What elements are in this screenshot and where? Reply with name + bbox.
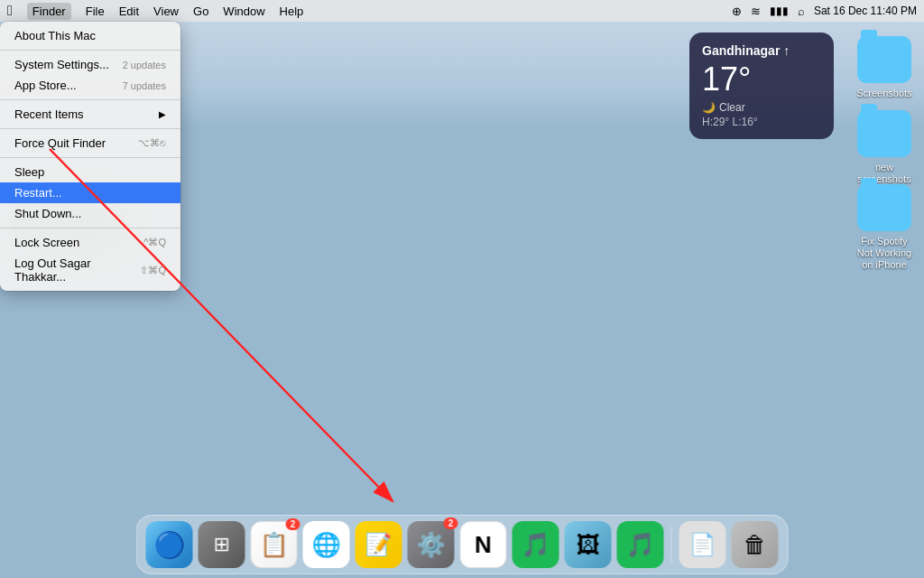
new-screenshots-folder-icon [857, 110, 911, 157]
menubar-window[interactable]: Window [223, 5, 264, 18]
force-quit-shortcut: ⌥⌘⎋ [138, 137, 166, 149]
dock-item-spotify2[interactable]: 🎵 [617, 521, 664, 568]
menubar-go[interactable]: Go [193, 5, 208, 18]
menu-item-lock-screen[interactable]: Lock Screen ^⌘Q [0, 232, 180, 253]
menubar:  Finder File Edit View Go Window Help ⊕… [0, 0, 924, 22]
menubar-edit[interactable]: Edit [119, 5, 139, 18]
dock-item-finder[interactable]: 🔵 [146, 521, 193, 568]
menu-separator-3 [0, 128, 180, 129]
menubar-right: ⊕ ≋ ▮▮▮ ⌕ Sat 16 Dec 11:40 PM [732, 5, 917, 18]
apple-menu-button[interactable]:  [7, 3, 13, 19]
weather-temperature: 17° [702, 61, 821, 98]
menu-item-app-store[interactable]: App Store... 7 updates [0, 75, 180, 96]
menu-item-logout[interactable]: Log Out Sagar Thakkar... ⇧⌘Q [0, 253, 180, 287]
search-icon[interactable]: ⌕ [798, 5, 805, 18]
menubar-left:  Finder File Edit View Go Window Help [7, 3, 303, 20]
system-settings-badge: 2 updates [123, 60, 166, 70]
screenshots-label: Screenshots [853, 87, 915, 100]
menu-item-system-settings-label: System Settings... [14, 58, 109, 71]
lock-screen-shortcut: ^⌘Q [143, 237, 166, 248]
settings-badge: 2 [444, 517, 458, 529]
reminders-icon: 📋 [260, 531, 289, 559]
menubar-help[interactable]: Help [280, 5, 304, 18]
chrome-icon: 🌐 [312, 531, 341, 559]
wifi-icon[interactable]: ≋ [751, 5, 761, 18]
reminders-badge: 2 [286, 518, 300, 530]
app-store-badge: 7 updates [123, 80, 166, 91]
menu-item-app-store-label: App Store... [14, 79, 77, 92]
weather-range: H:29° L:16° [702, 116, 821, 128]
weather-moon-icon: 🌙 [702, 101, 716, 114]
desktop-icon-new-screenshots[interactable]: new screenshots [848, 107, 920, 190]
menubar-view[interactable]: View [153, 5, 179, 18]
battery-icon[interactable]: ▮▮▮ [770, 5, 789, 17]
preview-icon: 🖼 [577, 531, 600, 559]
dock-item-preview[interactable]: 🖼 [565, 521, 612, 568]
menu-item-recent-items-label: Recent Items [14, 107, 84, 121]
menu-item-shutdown[interactable]: Shut Down... [0, 203, 180, 224]
dock-item-reminders[interactable]: 📋 2 [251, 521, 298, 568]
dock: 🔵 ⊞ 📋 2 🌐 📝 ⚙️ 2 N 🎵 [136, 515, 789, 574]
apple-menu-dropdown: About This Mac System Settings... 2 upda… [0, 22, 180, 291]
files-icon: 📄 [689, 532, 716, 557]
menubar-finder[interactable]: Finder [27, 3, 71, 20]
logout-shortcut: ⇧⌘Q [140, 265, 166, 276]
desktop-icon-fix-spotify[interactable]: Fix Spotify Not Working on iPhone [848, 181, 920, 276]
menu-item-force-quit[interactable]: Force Quit Finder ⌥⌘⎋ [0, 133, 180, 154]
weather-widget[interactable]: Gandhinagar ↑ 17° 🌙 Clear H:29° L:16° [689, 33, 834, 139]
fix-spotify-label: Fix Spotify Not Working on iPhone [852, 235, 917, 273]
notion-icon: N [475, 531, 492, 559]
menu-item-about-label: About This Mac [14, 29, 96, 42]
spotify-icon: 🎵 [522, 531, 550, 559]
recent-items-chevron: ▶ [159, 109, 166, 119]
menu-separator-2 [0, 99, 180, 100]
dock-item-notion[interactable]: N [460, 521, 507, 568]
datetime-display: Sat 16 Dec 11:40 PM [814, 5, 917, 17]
menu-item-force-quit-label: Force Quit Finder [14, 136, 106, 150]
weather-direction: ↑ [783, 43, 790, 58]
menu-item-lock-screen-label: Lock Screen [14, 236, 79, 249]
control-center-icon[interactable]: ⊕ [732, 5, 742, 18]
menu-separator-4 [0, 157, 180, 158]
dock-item-chrome[interactable]: 🌐 [303, 521, 350, 568]
menu-item-shutdown-label: Shut Down... [14, 207, 81, 220]
dock-item-trash[interactable]: 🗑 [732, 521, 779, 568]
menu-item-system-settings[interactable]: System Settings... 2 updates [0, 54, 180, 75]
spotify2-icon: 🎵 [626, 531, 655, 559]
menu-item-restart-label: Restart... [14, 186, 62, 200]
settings-icon: ⚙️ [417, 531, 446, 559]
menu-item-logout-label: Log Out Sagar Thakkar... [14, 256, 140, 284]
notes-icon: 📝 [365, 532, 393, 557]
trash-icon: 🗑 [744, 531, 767, 559]
dock-item-notes[interactable]: 📝 [356, 521, 402, 568]
menu-item-sleep[interactable]: Sleep [0, 162, 180, 182]
desktop-icon-screenshots[interactable]: Screenshots [848, 33, 920, 104]
dock-separator [671, 527, 672, 563]
screenshots-folder-icon [857, 36, 911, 83]
menu-item-recent-items[interactable]: Recent Items ▶ [0, 104, 180, 125]
dock-item-launchpad[interactable]: ⊞ [199, 521, 245, 568]
dock-item-files[interactable]: 📄 [679, 521, 726, 568]
desktop:  Finder File Edit View Go Window Help ⊕… [0, 0, 924, 578]
menu-item-restart[interactable]: Restart... [0, 182, 180, 203]
launchpad-icon: ⊞ [214, 533, 230, 556]
dock-item-settings[interactable]: ⚙️ 2 [408, 521, 455, 568]
menu-item-about[interactable]: About This Mac [0, 25, 180, 46]
weather-city: Gandhinagar ↑ [702, 43, 821, 58]
menu-separator-5 [0, 228, 180, 228]
menu-item-sleep-label: Sleep [14, 165, 44, 179]
finder-icon: 🔵 [153, 530, 185, 560]
dock-item-spotify[interactable]: 🎵 [513, 521, 559, 568]
menubar-file[interactable]: File [86, 5, 105, 18]
weather-condition: 🌙 Clear [702, 101, 821, 114]
fix-spotify-folder-icon [857, 184, 911, 231]
menu-separator-1 [0, 50, 180, 51]
